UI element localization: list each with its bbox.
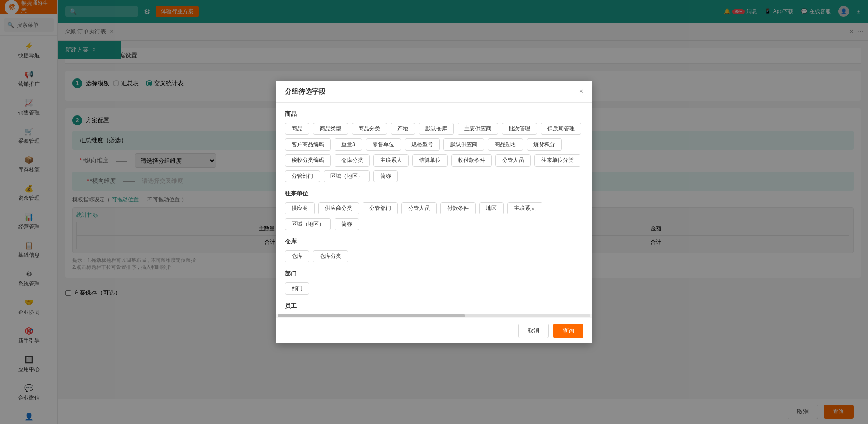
field-tag[interactable]: 主联系人 (373, 154, 409, 167)
field-tag[interactable]: 炼货积分 (527, 138, 562, 151)
field-section-title-goods: 商品 (285, 110, 583, 118)
field-tag[interactable]: 产地 (391, 123, 415, 135)
field-tag[interactable]: 仓库分类 (313, 250, 348, 262)
field-tag[interactable]: 往来单位分类 (534, 154, 580, 167)
field-tag[interactable]: 简称 (335, 218, 359, 230)
field-tag[interactable]: 供应商 (285, 202, 315, 214)
scrollbar-track (278, 314, 590, 317)
field-tag[interactable]: 税收分类编码 (285, 154, 331, 167)
modal-body: 商品商品商品类型商品分类产地默认仓库主要供应商批次管理保质期管理客户商品编码重量… (276, 103, 592, 314)
field-section-department: 部门部门 (285, 270, 583, 295)
field-tag[interactable]: 简称 (373, 170, 398, 182)
field-tag[interactable]: 规格型号 (405, 138, 440, 151)
field-section-title-employee: 员工 (285, 302, 583, 310)
field-section-goods: 商品商品商品类型商品分类产地默认仓库主要供应商批次管理保质期管理客户商品编码重量… (285, 110, 583, 182)
field-tag[interactable]: 分管部门 (285, 170, 320, 182)
field-section-title-department: 部门 (285, 270, 583, 278)
field-tag[interactable]: 商品 (285, 123, 309, 135)
field-tag[interactable]: 商品类型 (313, 123, 348, 135)
modal-header: 分组待选字段 × (276, 81, 592, 103)
field-tag[interactable]: 区域（地区） (285, 218, 331, 230)
scrollbar-thumb (278, 314, 465, 317)
field-tag[interactable]: 地区 (479, 202, 504, 214)
field-tags-goods: 商品商品类型商品分类产地默认仓库主要供应商批次管理保质期管理客户商品编码重量3零… (285, 123, 583, 182)
field-tag[interactable]: 商品别名 (488, 138, 523, 151)
confirm-button[interactable]: 查询 (553, 324, 583, 338)
field-tag[interactable]: 区域（地区） (324, 170, 370, 182)
modal-overlay: 分组待选字段 × 商品商品商品类型商品分类产地默认仓库主要供应商批次管理保质期管… (0, 0, 868, 424)
field-tag[interactable]: 主联系人 (507, 202, 542, 214)
field-tag[interactable]: 批次管理 (502, 123, 537, 135)
field-tag[interactable]: 保质期管理 (541, 123, 581, 135)
field-section-title-partner: 往来单位 (285, 190, 583, 198)
field-section-title-warehouse: 仓库 (285, 238, 583, 246)
modal-horizontal-scrollbar[interactable] (276, 314, 592, 318)
modal-footer: 取消 查询 (276, 318, 592, 343)
field-tag[interactable]: 收付款条件 (451, 154, 492, 167)
field-select-modal: 分组待选字段 × 商品商品商品类型商品分类产地默认仓库主要供应商批次管理保质期管… (276, 81, 592, 343)
field-tag[interactable]: 默认供应商 (443, 138, 484, 151)
field-section-partner: 往来单位供应商供应商分类分管部门分管人员付款条件地区主联系人区域（地区）简称 (285, 190, 583, 230)
field-tag[interactable]: 重量3 (335, 138, 362, 151)
field-tag[interactable]: 零售单位 (366, 138, 401, 151)
modal-close-button[interactable]: × (579, 87, 583, 95)
field-tags-warehouse: 仓库仓库分类 (285, 250, 583, 262)
field-tag[interactable]: 分管人员 (401, 202, 437, 214)
field-section-employee: 员工业务员 (285, 302, 583, 314)
field-section-warehouse: 仓库仓库仓库分类 (285, 238, 583, 262)
field-tag[interactable]: 分管部门 (363, 202, 398, 214)
field-tag[interactable]: 分管人员 (495, 154, 531, 167)
field-tag[interactable]: 客户商品编码 (285, 138, 331, 151)
field-tag[interactable]: 仓库分类 (335, 154, 370, 167)
field-tag[interactable]: 结算单位 (412, 154, 448, 167)
field-tag[interactable]: 部门 (285, 282, 309, 295)
field-tag[interactable]: 商品分类 (352, 123, 387, 135)
field-tag[interactable]: 默认仓库 (419, 123, 454, 135)
modal-title: 分组待选字段 (285, 87, 326, 96)
field-tag[interactable]: 供应商分类 (318, 202, 359, 214)
field-tag[interactable]: 仓库 (285, 250, 309, 262)
field-tags-department: 部门 (285, 282, 583, 295)
field-tags-partner: 供应商供应商分类分管部门分管人员付款条件地区主联系人区域（地区）简称 (285, 202, 583, 230)
field-tag[interactable]: 主要供应商 (458, 123, 498, 135)
field-tag[interactable]: 付款条件 (440, 202, 476, 214)
cancel-button[interactable]: 取消 (518, 324, 549, 338)
